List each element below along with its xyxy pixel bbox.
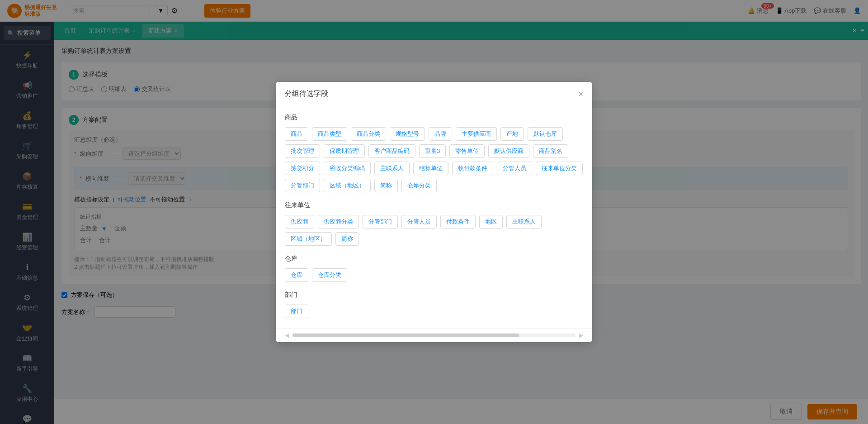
field-tag[interactable]: 默认仓库 (528, 127, 563, 141)
field-tag[interactable]: 主联系人 (506, 215, 542, 229)
field-tag[interactable]: 地区 (479, 215, 503, 229)
field-tag[interactable]: 分管部门 (285, 179, 320, 192)
field-tag[interactable]: 零售单位 (449, 144, 485, 158)
field-tag[interactable]: 客户商品编码 (368, 144, 415, 158)
section-partner: 往来单位 供应商 供应商分类 分管部门 分管人员 付款条件 地区 主联系人 区域… (285, 201, 583, 246)
field-tag[interactable]: 收付款条件 (452, 162, 493, 175)
field-select-modal: 分组待选字段 × 商品 商品 商品类型 商品分类 规格型号 品牌 主要供应商 产… (276, 82, 592, 342)
field-tag[interactable]: 商品 (285, 127, 308, 141)
field-tag[interactable]: 商品类型 (312, 127, 347, 141)
modal-footer-scrollbar[interactable]: ◀ ▶ (276, 328, 592, 342)
field-tag[interactable]: 拣货积分 (285, 162, 320, 175)
field-tag[interactable]: 往来单位分类 (536, 162, 583, 175)
field-tag[interactable]: 主联系人 (374, 162, 410, 175)
modal-overlay: 分组待选字段 × 商品 商品 商品类型 商品分类 规格型号 品牌 主要供应商 产… (0, 0, 868, 424)
field-tag[interactable]: 分管人员 (401, 215, 437, 229)
section-product-title: 商品 (285, 114, 583, 122)
field-tag[interactable]: 结算单位 (413, 162, 448, 175)
field-tag[interactable]: 仓库分类 (401, 179, 437, 192)
field-tag[interactable]: 简称 (335, 232, 359, 246)
section-product-tags: 商品 商品类型 商品分类 规格型号 品牌 主要供应商 产地 默认仓库 批次管理 … (285, 127, 583, 192)
h-scrollbar[interactable] (292, 333, 576, 337)
field-tag[interactable]: 分管人员 (497, 162, 532, 175)
field-tag[interactable]: 仓库 (285, 268, 308, 282)
field-tag[interactable]: 重量3 (419, 144, 446, 158)
h-scroll-left-arrow[interactable]: ◀ (285, 332, 289, 338)
section-partner-tags: 供应商 供应商分类 分管部门 分管人员 付款条件 地区 主联系人 区域（地区） … (285, 215, 583, 246)
section-warehouse-title: 仓库 (285, 255, 583, 263)
field-tag[interactable]: 税收分类编码 (324, 162, 371, 175)
modal-header: 分组待选字段 × (276, 82, 592, 106)
field-tag[interactable]: 商品别名 (533, 144, 568, 158)
section-partner-title: 往来单位 (285, 201, 583, 210)
section-warehouse-tags: 仓库 仓库分类 (285, 268, 583, 282)
field-tag[interactable]: 保质期管理 (324, 144, 365, 158)
section-department: 部门 部门 (285, 291, 583, 318)
field-tag[interactable]: 规格型号 (390, 127, 425, 141)
field-tag[interactable]: 区域（地区） (285, 232, 332, 246)
field-tag[interactable]: 仓库分类 (312, 268, 347, 282)
field-tag[interactable]: 品牌 (429, 127, 452, 141)
field-tag[interactable]: 区域（地区） (324, 179, 371, 192)
h-scrollbar-thumb (292, 333, 519, 337)
field-tag[interactable]: 默认供应商 (488, 144, 529, 158)
section-department-title: 部门 (285, 291, 583, 299)
field-tag[interactable]: 付款条件 (440, 215, 476, 229)
field-tag[interactable]: 分管部门 (363, 215, 398, 229)
modal-close-btn[interactable]: × (578, 90, 583, 98)
modal-title: 分组待选字段 (285, 89, 328, 99)
h-scroll-right-arrow[interactable]: ▶ (579, 332, 583, 338)
section-product: 商品 商品 商品类型 商品分类 规格型号 品牌 主要供应商 产地 默认仓库 批次… (285, 114, 583, 192)
field-tag[interactable]: 产地 (500, 127, 524, 141)
modal-scroll-container[interactable]: 商品 商品 商品类型 商品分类 规格型号 品牌 主要供应商 产地 默认仓库 批次… (276, 106, 592, 328)
field-tag[interactable]: 简称 (374, 179, 398, 192)
section-warehouse: 仓库 仓库 仓库分类 (285, 255, 583, 282)
field-tag[interactable]: 供应商分类 (318, 215, 359, 229)
field-tag[interactable]: 供应商 (285, 215, 314, 229)
field-tag[interactable]: 主要供应商 (456, 127, 497, 141)
field-tag[interactable]: 部门 (285, 305, 308, 318)
field-tag[interactable]: 商品分类 (351, 127, 386, 141)
field-tag[interactable]: 批次管理 (285, 144, 320, 158)
section-department-tags: 部门 (285, 305, 583, 318)
